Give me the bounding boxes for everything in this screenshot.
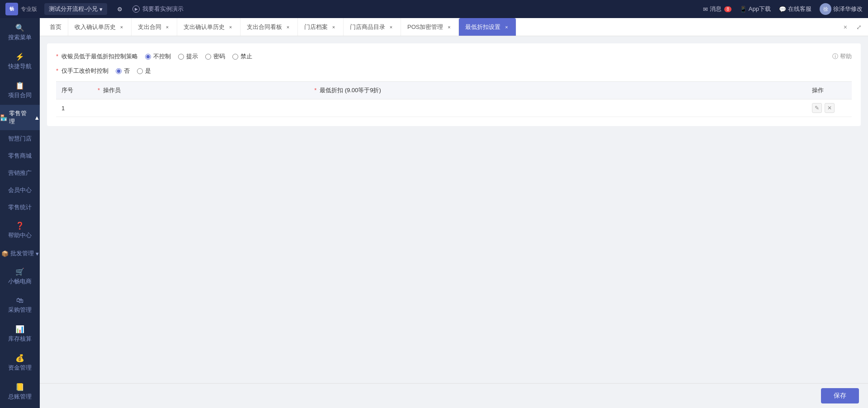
avatar: 徐: [820, 3, 831, 15]
option-no[interactable]: 否: [116, 67, 130, 75]
manual-price-row: * 仅手工改价时控制 否 是: [56, 67, 852, 75]
close-icon[interactable]: ×: [503, 24, 509, 30]
sidebar-item-shortcut[interactable]: ⚡ 快捷导航: [0, 47, 40, 76]
demo-link[interactable]: ▶ 我要看实例演示: [132, 5, 184, 13]
message-btn[interactable]: ✉ 消息 8: [703, 5, 731, 13]
tab-bar-actions: × ⤢: [841, 22, 864, 33]
main-layout: 🔍 搜索菜单 ⚡ 快捷导航 📋 项目合同 🏪 零售管理 ▲ 智慧门店 零售商城 …: [0, 18, 868, 408]
radio-no[interactable]: [116, 68, 122, 74]
app-download-btn[interactable]: 📱 App下载: [740, 5, 771, 13]
chevron-up-icon: ▲: [34, 114, 40, 121]
sidebar-item-help[interactable]: ❓ 帮助中心: [0, 216, 40, 245]
close-icon[interactable]: ×: [388, 24, 394, 30]
option-yes[interactable]: 是: [137, 67, 151, 75]
discount-table: 序号 * 操作员 * 最低折扣 (9.00等于9折) 操作: [56, 81, 852, 117]
tab-payment-contract[interactable]: 支出合同 ×: [132, 18, 177, 36]
option-no-control[interactable]: 不控制: [145, 52, 171, 61]
delete-row-btn[interactable]: ✕: [825, 103, 835, 113]
radio-password[interactable]: [205, 54, 211, 60]
sidebar-item-retail-mall[interactable]: 零售商城: [0, 147, 40, 164]
tab-payment-board[interactable]: 支出合同看板 ×: [241, 18, 298, 36]
sidebar-sub-label: 会员中心: [8, 187, 32, 193]
tab-label: 最低折扣设置: [465, 23, 500, 31]
sidebar-sub-label: 零售商城: [8, 152, 32, 159]
close-icon[interactable]: ×: [118, 24, 125, 30]
option-remind[interactable]: 提示: [178, 52, 198, 61]
clipboard-icon: 📋: [15, 81, 24, 90]
help-btn[interactable]: ⓘ 帮助: [832, 52, 852, 61]
box-icon: 📦: [1, 250, 9, 257]
tab-store-file[interactable]: 门店档案 ×: [298, 18, 344, 36]
tab-label: 支出合同: [138, 23, 161, 31]
sidebar-item-invoice[interactable]: 🧾 发票管理: [0, 406, 40, 408]
sidebar-item-ecommerce[interactable]: 🛒 小畅电商: [0, 262, 40, 291]
cell-min-discount: [309, 99, 807, 117]
close-all-tabs-btn[interactable]: ×: [841, 22, 850, 33]
sidebar-item-project[interactable]: 📋 项目合同: [0, 76, 40, 105]
tab-label: 门店档案: [304, 23, 328, 31]
tab-label: 收入确认单历史: [75, 23, 116, 31]
radio-yes[interactable]: [137, 68, 143, 74]
sidebar-item-accounting[interactable]: 📒 总账管理: [0, 377, 40, 406]
sidebar-item-label: 零售管理: [9, 109, 32, 126]
project-selector[interactable]: 测试分开流程-小兄 ▾: [44, 3, 107, 15]
expand-tabs-btn[interactable]: ⤢: [854, 22, 864, 33]
radio-remind[interactable]: [178, 54, 184, 60]
lightning-icon: ⚡: [15, 52, 24, 61]
cart-icon: 🛒: [15, 267, 24, 276]
sidebar-item-label: 资金管理: [8, 364, 32, 372]
close-icon[interactable]: ×: [285, 24, 291, 30]
discount-policy-options: 不控制 提示 密码 禁止: [145, 52, 252, 61]
option-password[interactable]: 密码: [205, 52, 225, 61]
tab-min-discount[interactable]: 最低折扣设置 ×: [459, 18, 516, 36]
close-icon[interactable]: ×: [164, 24, 170, 30]
gear-icon: ⚙: [117, 6, 123, 13]
sidebar-item-marketing[interactable]: 营销推广: [0, 164, 40, 182]
tab-store-product[interactable]: 门店商品目录 ×: [344, 18, 401, 36]
settings-button[interactable]: ⚙: [114, 4, 125, 14]
close-icon[interactable]: ×: [227, 24, 234, 30]
message-badge: 8: [724, 6, 731, 12]
store-icon: 🏪: [0, 114, 7, 121]
sidebar-item-label: 帮助中心: [8, 231, 32, 239]
radio-forbid[interactable]: [232, 54, 238, 60]
tab-pos-manage[interactable]: POS加密管理 ×: [401, 18, 459, 36]
edit-row-btn[interactable]: ✎: [812, 103, 822, 113]
option-remind-label: 提示: [186, 52, 198, 61]
chevron-down-icon: ▾: [36, 250, 39, 257]
close-icon[interactable]: ×: [330, 24, 337, 30]
sidebar-item-smart-store[interactable]: 智慧门店: [0, 130, 40, 147]
app-logo: 畅 专业版: [5, 3, 37, 15]
tab-payment-confirm[interactable]: 支出确认单历史 ×: [177, 18, 241, 36]
option-no-control-label: 不控制: [153, 52, 171, 61]
option-forbid[interactable]: 禁止: [232, 52, 252, 61]
required-asterisk: *: [56, 67, 58, 74]
sidebar-sub-label: 智慧门店: [8, 135, 32, 142]
user-menu[interactable]: 徐 徐泽华修改: [820, 3, 863, 15]
sidebar-item-retail[interactable]: 🏪 零售管理 ▲: [0, 105, 40, 130]
sidebar-item-inventory[interactable]: 📊 库存核算: [0, 319, 40, 348]
tab-income-confirm[interactable]: 收入确认单历史 ×: [68, 18, 132, 36]
sidebar-item-retail-stats[interactable]: 零售统计: [0, 199, 40, 216]
chart-icon: 📊: [15, 325, 24, 333]
option-password-label: 密码: [213, 52, 225, 61]
save-button[interactable]: 保存: [821, 388, 859, 403]
tab-home[interactable]: 首页: [43, 18, 68, 36]
sidebar-item-label: 搜索菜单: [8, 33, 32, 42]
discount-policy-label: * 收银员低于最低折扣控制策略: [56, 52, 138, 61]
tab-label: 支出合同看板: [247, 23, 282, 31]
online-service-label: 在线客服: [788, 5, 811, 13]
sidebar-item-search[interactable]: 🔍 搜索菜单: [0, 18, 40, 47]
radio-no-control[interactable]: [145, 54, 151, 60]
sidebar-item-wholesale[interactable]: 📦 批发管理 ▾: [0, 245, 40, 262]
ledger-icon: 📒: [15, 383, 24, 391]
question-icon: ⓘ: [832, 52, 838, 61]
sidebar-item-purchase[interactable]: 🛍 采购管理: [0, 291, 40, 319]
settings-card: * 收银员低于最低折扣控制策略 不控制 提示: [47, 43, 861, 126]
sidebar-item-finance[interactable]: 💰 资金管理: [0, 348, 40, 377]
close-icon[interactable]: ×: [446, 24, 452, 30]
sidebar-item-member[interactable]: 会员中心: [0, 182, 40, 199]
option-no-label: 否: [124, 67, 130, 75]
manual-price-label: * 仅手工改价时控制: [56, 67, 108, 75]
online-service-btn[interactable]: 💬 在线客服: [779, 5, 811, 13]
